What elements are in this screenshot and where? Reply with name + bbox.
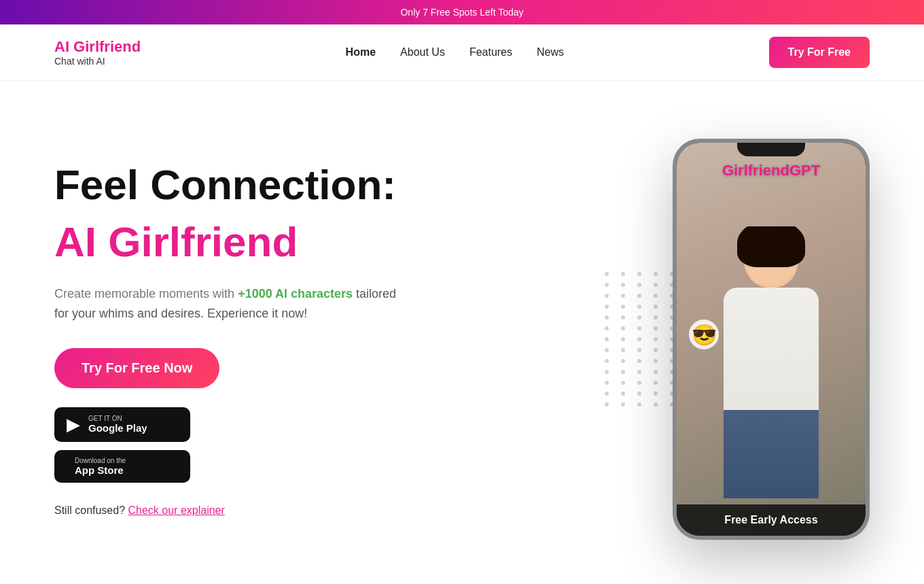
dot [621,337,625,341]
app-store-small: Download on the [75,457,126,464]
hero-section: Feel Connection: AI Girlfriend Create me… [0,81,924,584]
dot [637,402,641,407]
nav-links: Home About Us Features News [346,46,564,58]
dot [605,294,609,298]
hero-try-free-button[interactable]: Try For Free Now [54,348,219,388]
hero-left: Feel Connection: AI Girlfriend Create me… [54,162,408,517]
nav-link-home[interactable]: Home [346,46,376,58]
logo-title: AI Girlfriend [54,38,141,56]
dot [621,381,625,385]
phone-bottom-bar: Free Early Access [677,504,866,536]
dot [605,283,609,287]
dot [654,294,658,298]
dot [654,381,658,385]
google-play-badge[interactable]: ▶ GET IT ON Google Play [54,407,190,442]
dot [637,294,641,298]
hero-description: Create memorable moments with +1000 AI c… [54,284,408,324]
dot [637,348,641,352]
nav-link-about[interactable]: About Us [400,46,445,58]
dot [637,283,641,287]
hero-desc-prefix: Create memorable moments with [54,287,234,300]
dot [637,305,641,309]
phone-person-figure [703,226,839,498]
dot [637,337,641,341]
still-confused-text: Still confused? Check our explainer [54,504,408,517]
phone-mockup: GirlfriendGPT 😎 Free Early Access [673,139,870,540]
dot [654,305,658,309]
dot [637,326,641,330]
dot [621,305,625,309]
app-store-big: App Store [75,464,126,476]
nav-link-news[interactable]: News [537,46,564,58]
dot [637,315,641,320]
app-store-text: Download on the App Store [75,457,126,476]
dot [654,272,658,276]
app-store-badge[interactable]: Download on the App Store [54,450,190,483]
dot [605,348,609,352]
dot [621,272,625,276]
phone-emoji: 😎 [689,320,719,349]
dot [621,348,625,352]
person-head [744,226,798,288]
google-play-big: Google Play [88,422,147,434]
dot [654,359,658,363]
navbar: AI Girlfriend Chat with AI Home About Us… [0,24,924,81]
person-body [724,288,819,410]
dot [605,272,609,276]
dot [637,381,641,385]
store-badges: ▶ GET IT ON Google Play Download on the … [54,407,408,483]
phone-app-title: GirlfriendGPT [677,162,866,179]
check-explainer-link[interactable]: Check our explainer [128,504,225,516]
dot [637,370,641,374]
dot [654,392,658,396]
dot [654,348,658,352]
hero-headline-black: Feel Connection: [54,162,408,208]
dot [654,326,658,330]
banner-text: Only 7 Free Spots Left Today [400,7,523,18]
dot [621,283,625,287]
hero-right: GirlfriendGPT 😎 Free Early Access [673,139,870,540]
google-play-icon: ▶ [67,414,80,435]
hero-desc-highlight: +1000 AI characters [238,287,353,300]
dot [605,402,609,407]
phone-content: GirlfriendGPT 😎 Free Early Access [677,143,866,536]
dot [605,326,609,330]
dot [654,370,658,374]
nav-link-features[interactable]: Features [469,46,512,58]
google-play-small: GET IT ON [88,415,147,422]
dot [605,315,609,320]
dot [621,294,625,298]
dot [654,337,658,341]
dot [621,315,625,320]
dot [605,359,609,363]
dot [637,272,641,276]
dot [654,402,658,407]
promo-banner: Only 7 Free Spots Left Today [0,0,924,24]
dot [605,381,609,385]
dot [654,315,658,320]
logo-subtitle: Chat with AI [54,56,141,67]
dot [654,283,658,287]
dot [621,359,625,363]
dot [621,402,625,407]
person-jeans [724,410,819,498]
dot [637,359,641,363]
still-confused-label: Still confused? [54,504,125,516]
dot [605,337,609,341]
google-play-text: GET IT ON Google Play [88,415,147,434]
dot [605,370,609,374]
phone-notch [737,143,805,156]
dot [621,370,625,374]
hero-headline-pink: AI Girlfriend [54,219,408,265]
dot [621,392,625,396]
person-hair [737,226,805,267]
dot [621,326,625,330]
logo: AI Girlfriend Chat with AI [54,38,141,67]
dot [605,392,609,396]
dot [605,305,609,309]
navbar-try-free-button[interactable]: Try For Free [769,37,870,68]
dot [637,392,641,396]
